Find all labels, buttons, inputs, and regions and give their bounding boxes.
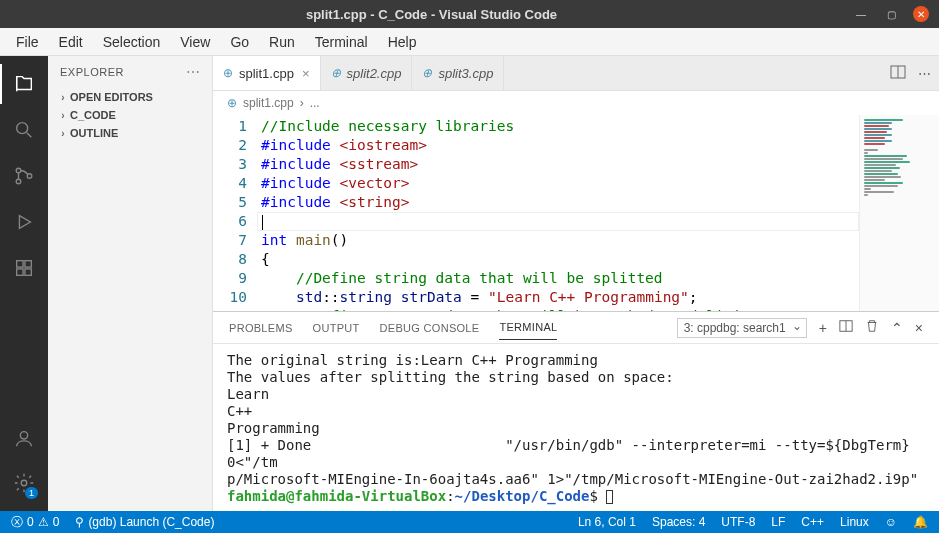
extensions-icon[interactable] [0,248,48,288]
activity-bar: 1 [0,56,48,511]
status-launch-config[interactable]: ⚲(gdb) Launch (C_Code) [72,515,217,529]
code-editor[interactable]: 1234567891011 //Include necessary librar… [213,115,939,311]
editor-more-icon[interactable]: ⋯ [918,66,931,81]
kill-terminal-icon[interactable] [865,319,879,336]
svg-rect-8 [17,269,23,275]
status-bell-icon[interactable]: 🔔 [910,515,931,529]
menu-terminal[interactable]: Terminal [305,30,378,54]
menu-help[interactable]: Help [378,30,427,54]
svg-marker-5 [19,216,30,229]
tab-label: split1.cpp [239,66,294,81]
close-button[interactable]: ✕ [913,6,929,22]
editor-tabs: ⊕ split1.cpp × ⊕ split2.cpp ⊕ split3.cpp… [213,56,939,91]
svg-point-4 [27,174,32,179]
sidebar-more-icon[interactable]: ⋯ [186,64,201,80]
cpp-file-icon: ⊕ [422,66,432,80]
minimap[interactable] [859,115,939,311]
svg-point-10 [20,432,27,439]
cpp-file-icon: ⊕ [223,66,233,80]
svg-point-0 [17,123,28,134]
explorer-sidebar: EXPLORER ⋯ ›OPEN EDITORS ›C_CODE ›OUTLIN… [48,56,213,511]
accounts-icon[interactable] [0,419,48,459]
window-title: split1.cpp - C_Code - Visual Studio Code [10,7,853,22]
menu-edit[interactable]: Edit [49,30,93,54]
status-feedback-icon[interactable]: ☺ [882,515,900,529]
svg-rect-6 [17,261,23,267]
status-language[interactable]: C++ [798,515,827,529]
menu-go[interactable]: Go [220,30,259,54]
svg-line-1 [27,133,32,138]
status-eol[interactable]: LF [768,515,788,529]
panel-tab-debug-console[interactable]: DEBUG CONSOLE [380,316,480,340]
editor-area: ⊕ split1.cpp × ⊕ split2.cpp ⊕ split3.cpp… [213,56,939,511]
tab-split3[interactable]: ⊕ split3.cpp [412,56,504,90]
status-bar: ⓧ0⚠0 ⚲(gdb) Launch (C_Code) Ln 6, Col 1 … [0,511,939,533]
split-terminal-icon[interactable] [839,319,853,336]
cpp-file-icon: ⊕ [331,66,341,80]
tab-label: split2.cpp [347,66,402,81]
settings-gear-icon[interactable]: 1 [0,463,48,503]
tab-split2[interactable]: ⊕ split2.cpp [321,56,413,90]
svg-point-3 [16,179,21,184]
search-icon[interactable] [0,110,48,150]
close-panel-icon[interactable]: × [915,320,923,336]
minimize-button[interactable]: — [853,6,869,22]
status-encoding[interactable]: UTF-8 [718,515,758,529]
cpp-file-icon: ⊕ [227,96,237,110]
status-errors[interactable]: ⓧ0⚠0 [8,514,62,531]
svg-point-11 [21,480,27,486]
breadcrumb[interactable]: ⊕ split1.cpp › ... [213,91,939,115]
tab-close-icon[interactable]: × [302,66,310,81]
source-control-icon[interactable] [0,156,48,196]
section-outline[interactable]: ›OUTLINE [48,124,212,142]
maximize-button[interactable]: ▢ [883,6,899,22]
svg-point-2 [16,168,21,173]
svg-rect-9 [25,269,31,275]
bottom-panel: PROBLEMS OUTPUT DEBUG CONSOLE TERMINAL 3… [213,311,939,511]
svg-rect-7 [25,261,31,267]
status-os[interactable]: Linux [837,515,872,529]
panel-tabs: PROBLEMS OUTPUT DEBUG CONSOLE TERMINAL 3… [213,312,939,344]
chevron-up-icon[interactable]: ⌃ [891,320,903,336]
panel-tab-problems[interactable]: PROBLEMS [229,316,293,340]
new-terminal-icon[interactable]: + [819,320,827,336]
panel-tab-output[interactable]: OUTPUT [313,316,360,340]
menubar: File Edit Selection View Go Run Terminal… [0,28,939,56]
line-number-gutter: 1234567891011 [213,115,261,311]
split-editor-icon[interactable] [890,64,906,83]
explorer-icon[interactable] [0,64,48,104]
run-debug-icon[interactable] [0,202,48,242]
menu-selection[interactable]: Selection [93,30,171,54]
panel-tab-terminal[interactable]: TERMINAL [499,315,557,340]
tab-split1[interactable]: ⊕ split1.cpp × [213,56,321,90]
section-open-editors[interactable]: ›OPEN EDITORS [48,88,212,106]
terminal-selector[interactable]: 3: cppdbg: search1 [677,318,807,338]
menu-view[interactable]: View [170,30,220,54]
code-content[interactable]: //Include necessary libraries#include <i… [261,115,859,311]
status-cursor-position[interactable]: Ln 6, Col 1 [575,515,639,529]
menu-file[interactable]: File [6,30,49,54]
window-titlebar: split1.cpp - C_Code - Visual Studio Code… [0,0,939,28]
terminal-output[interactable]: The original string is:Learn C++ Program… [213,344,939,511]
tab-label: split3.cpp [438,66,493,81]
status-indentation[interactable]: Spaces: 4 [649,515,708,529]
sidebar-title: EXPLORER [60,66,124,78]
section-workspace[interactable]: ›C_CODE [48,106,212,124]
menu-run[interactable]: Run [259,30,305,54]
